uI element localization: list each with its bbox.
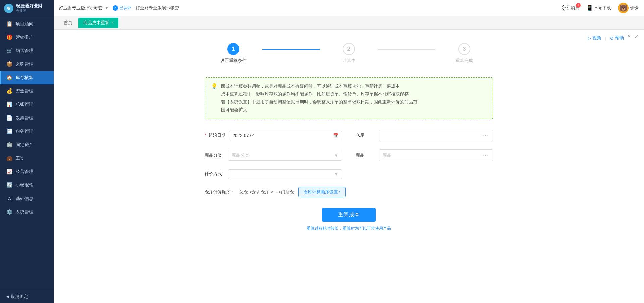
inventory-icon: 🏠 — [6, 75, 12, 81]
pricing-field: 计价方式 ▼ — [205, 169, 342, 179]
sidebar-item-label-assets: 固定资产 — [16, 142, 33, 148]
username: 珠珠 — [630, 5, 639, 11]
form-row-1: * 起始日期 2022-07-01 📅 仓库 ··· — [205, 130, 493, 141]
tab-close-icon[interactable]: × — [111, 20, 114, 25]
info-line-3: 若【系统设置】中启用了自动调整记账日期时，会调整入库单的整单记账日期，因此重新计… — [221, 98, 417, 106]
step-line-2 — [378, 49, 435, 50]
goods-placeholder: 商品 — [383, 152, 391, 158]
messages-button[interactable]: 💬 消息 1 — [562, 4, 579, 12]
form-row-2: 商品分类 商品分类 ▼ 商品 商品 ··· — [205, 149, 493, 161]
content-area: × ⤢ ▷ 视频 | ⊙ 帮助 1 设置重算条件 — [54, 30, 644, 303]
notification-badge: 1 — [576, 3, 581, 8]
step-2-label: 计算中 — [342, 58, 356, 64]
warehouse-order-settings-button[interactable]: 仓库计算顺序设置 › — [298, 187, 346, 197]
step-3-label: 重算完成 — [455, 58, 473, 64]
sidebar-item-inventory[interactable]: 🏠 库存核算 — [0, 71, 54, 84]
sidebar-item-project[interactable]: 📋 项目顾问 — [0, 17, 54, 31]
sidebar-item-invoice[interactable]: 📄 发票管理 — [0, 111, 54, 125]
tab-home[interactable]: 首页 — [59, 18, 77, 28]
accounting-icon: 📊 — [6, 101, 12, 107]
goods-input[interactable]: 商品 ··· — [379, 149, 493, 161]
pricing-label: 计价方式 — [205, 171, 225, 177]
step-3: 3 重算完成 — [435, 43, 493, 64]
info-icon: 💡 — [211, 83, 218, 114]
goods-field: 商品 商品 ··· — [356, 149, 493, 161]
calendar-icon[interactable]: 📅 — [333, 133, 338, 138]
sidebar-item-label-finance: 资金管理 — [16, 88, 33, 94]
avatar: 🐻 — [618, 3, 629, 13]
video-help-button[interactable]: ▷ 视频 — [588, 35, 601, 41]
sidebar-item-assets[interactable]: 🏢 固定资产 — [0, 138, 54, 152]
sidebar-item-purchase[interactable]: 📦 采购管理 — [0, 57, 54, 71]
app-download-button[interactable]: 📱 App下载 — [586, 4, 611, 12]
tab-cost-recalculate[interactable]: 商品成本重算 × — [78, 18, 118, 28]
app-title: 畅捷通好业财 — [16, 3, 42, 9]
finance-icon: 💰 — [6, 88, 12, 94]
sidebar-item-tax[interactable]: 🧾 税务管理 — [0, 125, 54, 138]
sidebar-item-label-sales: 销售管理 — [16, 48, 33, 54]
goods-more-icon[interactable]: ··· — [482, 152, 489, 159]
operations-icon: 📈 — [6, 169, 12, 175]
warehouse-field: 仓库 ··· — [356, 130, 493, 141]
sidebar-item-basic[interactable]: 🗂 基础信息 — [0, 192, 54, 205]
sidebar: 畅 畅捷通好业财 专业版 📋 项目顾问 🎁 营销推广 🛒 销售管理 📦 采购管理… — [0, 0, 54, 303]
sidebar-item-label-basic: 基础信息 — [16, 196, 33, 202]
window-close-button[interactable]: × — [627, 33, 630, 39]
marketing-icon: 🎁 — [6, 34, 12, 40]
sidebar-item-accounting[interactable]: 📊 总账管理 — [0, 98, 54, 111]
form-section: * 起始日期 2022-07-01 📅 仓库 ··· — [205, 130, 493, 231]
window-expand-button[interactable]: ⤢ — [634, 33, 639, 39]
sidebar-item-operations[interactable]: 📈 经营管理 — [0, 165, 54, 178]
step-1: 1 设置重算条件 — [205, 43, 262, 64]
sidebar-item-system[interactable]: ⚙️ 系统管理 — [0, 205, 54, 219]
topbar-actions: 💬 消息 1 📱 App下载 🐻 珠珠 — [562, 3, 639, 13]
sidebar-item-finance[interactable]: 💰 资金管理 — [0, 84, 54, 98]
warehouse-order-row: 仓库计算顺序： 总仓->深圳仓库->...->门店仓 仓库计算顺序设置 › — [205, 187, 493, 197]
sidebar-nav: 📋 项目顾问 🎁 营销推广 🛒 销售管理 📦 采购管理 🏠 库存核算 💰 资金管… — [0, 17, 54, 290]
sidebar-item-label-tax: 税务管理 — [16, 128, 33, 134]
assets-icon: 🏢 — [6, 142, 12, 148]
hint-text: 重算过程耗时较长，重算时您可以正常使用产品 — [205, 226, 493, 231]
sidebar-item-marketing[interactable]: 🎁 营销推广 — [0, 31, 54, 44]
message-icon: 💬 — [562, 4, 569, 12]
start-date-input[interactable]: 2022-07-01 📅 — [229, 131, 342, 140]
sidebar-brand: 畅捷通好业财 专业版 — [16, 3, 42, 13]
progress-stepper: 1 设置重算条件 2 计算中 3 重算完成 — [205, 43, 493, 64]
goods-label: 商品 — [356, 152, 376, 158]
warehouse-input[interactable]: ··· — [379, 130, 493, 141]
sidebar-header: 畅 畅捷通好业财 专业版 — [0, 0, 54, 17]
tab-active-label: 商品成本重算 — [83, 20, 109, 26]
app-logo: 畅 — [4, 4, 13, 13]
category-select[interactable]: 商品分类 ▼ — [228, 150, 342, 161]
pricing-select[interactable]: ▼ — [228, 169, 342, 179]
sidebar-item-label-accounting: 总账管理 — [16, 101, 33, 107]
submit-button[interactable]: 重算成本 — [322, 208, 376, 222]
purchase-icon: 📦 — [6, 61, 12, 67]
sidebar-pin-toggle[interactable]: ◄ 取消固定 — [0, 290, 54, 303]
sidebar-item-sales[interactable]: 🛒 销售管理 — [0, 44, 54, 57]
sidebar-item-label-purchase: 采购管理 — [16, 61, 33, 67]
user-profile[interactable]: 🐻 珠珠 — [618, 3, 639, 13]
step-3-circle: 3 — [458, 43, 470, 55]
warehouse-order-label: 仓库计算顺序： — [205, 189, 235, 195]
info-line-4: 围可能会扩大 — [221, 106, 417, 114]
tabbar: 首页 商品成本重算 × — [54, 16, 644, 30]
window-controls: × ⤢ — [627, 33, 639, 39]
warehouse-label: 仓库 — [356, 132, 376, 138]
app-subtitle: 专业版 — [16, 9, 42, 13]
video-label: 视频 — [592, 35, 601, 41]
help-button[interactable]: ⊙ 帮助 — [610, 35, 624, 41]
step-2: 2 计算中 — [320, 43, 378, 64]
pricing-chevron-icon: ▼ — [334, 172, 338, 177]
sidebar-item-payroll[interactable]: 💼 工资 — [0, 152, 54, 165]
warehouse-more-icon[interactable]: ··· — [482, 132, 489, 139]
category-field: 商品分类 商品分类 ▼ — [205, 150, 342, 161]
info-line-2: 成本重算过程中，影响库存账的操作均不能操作，比如进货单、销货单、库存单据不能审核… — [221, 90, 417, 98]
account-selector-container[interactable]: 好业财专业版演示帐套 ▼ — [59, 5, 109, 11]
sidebar-item-label-inventory: 库存核算 — [16, 75, 33, 81]
sidebar-item-label-marketing: 营销推广 — [16, 34, 33, 40]
sidebar-item-expense[interactable]: 🔄 小畅报销 — [0, 178, 54, 192]
info-line-1: 因成本计算参数调整，或是对商品成本有疑问时，可以通过成本重算功能，重新计算一遍成… — [221, 82, 417, 90]
step-2-circle: 2 — [343, 43, 355, 55]
info-box: 💡 因成本计算参数调整，或是对商品成本有疑问时，可以通过成本重算功能，重新计算一… — [205, 77, 493, 119]
